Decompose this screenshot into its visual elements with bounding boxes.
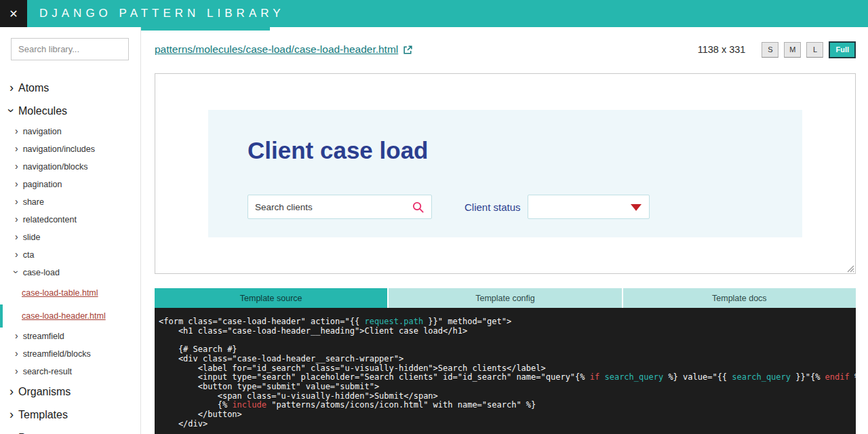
code-line: <button type="submit" value="submit"> bbox=[159, 382, 852, 392]
sidebar-item-relatedcontent[interactable]: ›relatedcontent bbox=[0, 211, 140, 229]
frame-controls: 1138 x 331 SMLFull bbox=[698, 41, 856, 58]
sidebar-item-label: navigation/blocks bbox=[23, 162, 88, 172]
sidebar-item-label: navigation bbox=[23, 127, 62, 136]
sidebar-item-label: Molecules bbox=[18, 105, 67, 117]
chevron-right-icon: › bbox=[15, 232, 18, 241]
topbar: patterns/molecules/case-load/case-load-h… bbox=[155, 39, 856, 60]
code-line: <label for="id_search" class="u-visually… bbox=[159, 364, 852, 374]
sidebar-tree: ›Atoms›Molecules›navigation›navigation/i… bbox=[0, 77, 140, 434]
code-line: <input type="search" placeholder="Search… bbox=[159, 373, 852, 382]
sidebar-item-organisms[interactable]: ›Organisms bbox=[0, 380, 140, 403]
sidebar-file-case-load-header-html[interactable]: case-load-header.html bbox=[0, 304, 140, 328]
sidebar-item-label: navigation/includes bbox=[23, 144, 95, 154]
chevron-right-icon: › bbox=[9, 408, 14, 420]
search-icon[interactable] bbox=[412, 201, 425, 214]
code-line: <h1 class="case-load-header__heading">Cl… bbox=[159, 327, 852, 336]
chevron-right-icon: › bbox=[15, 331, 18, 340]
chevron-right-icon: › bbox=[15, 349, 18, 358]
sidebar-item-navigation-blocks[interactable]: ›navigation/blocks bbox=[0, 158, 140, 176]
tabs: Template sourceTemplate configTemplate d… bbox=[155, 288, 856, 308]
chevron-right-icon: › bbox=[15, 197, 18, 206]
size-button-m[interactable]: M bbox=[784, 42, 801, 58]
sidebar-item-label: Atoms bbox=[18, 82, 49, 94]
search-input[interactable] bbox=[11, 38, 129, 60]
code-line: <form class="case-load-header" action="{… bbox=[159, 317, 852, 327]
client-status-select[interactable] bbox=[528, 195, 650, 219]
chevron-right-icon: › bbox=[15, 161, 18, 171]
sidebar-item-label: case-load bbox=[23, 268, 60, 277]
frame-dimensions: 1138 x 331 bbox=[698, 44, 746, 55]
close-button[interactable]: ✕ bbox=[0, 0, 27, 27]
sidebar-file-case-load-table-html[interactable]: case-load-table.html bbox=[0, 281, 140, 304]
sidebar-item-label: Organisms bbox=[18, 386, 71, 398]
external-link-icon bbox=[403, 45, 413, 55]
chevron-right-icon: › bbox=[15, 366, 18, 376]
sidebar-item-cta[interactable]: ›cta bbox=[0, 246, 140, 264]
sidebar-item-atoms[interactable]: ›Atoms bbox=[0, 77, 140, 100]
header-accent bbox=[141, 27, 270, 31]
pattern-panel: Client case load Client status bbox=[208, 110, 802, 237]
chevron-down-icon: › bbox=[12, 271, 21, 274]
code-panel[interactable]: <form class="case-load-header" action="{… bbox=[155, 308, 856, 434]
sidebar-item-streamfield-blocks[interactable]: ›streamfield/blocks bbox=[0, 345, 140, 363]
sidebar-item-molecules[interactable]: ›Molecules bbox=[0, 100, 140, 123]
chevron-right-icon: › bbox=[15, 144, 18, 153]
layout: ›Atoms›Molecules›navigation›navigation/i… bbox=[0, 27, 868, 434]
pattern-row: Client status bbox=[248, 195, 650, 219]
chevron-down-icon: › bbox=[5, 108, 18, 113]
sidebar: ›Atoms›Molecules›navigation›navigation/i… bbox=[0, 27, 141, 434]
pattern-heading: Client case load bbox=[248, 137, 428, 164]
sidebar-item-label: search-result bbox=[23, 367, 72, 376]
sidebar-item-streamfield[interactable]: ›streamfield bbox=[0, 328, 140, 345]
tab-template-docs[interactable]: Template docs bbox=[623, 288, 856, 308]
chevron-right-icon: › bbox=[9, 431, 14, 434]
client-search-input[interactable] bbox=[255, 202, 412, 212]
chevron-right-icon: › bbox=[15, 250, 18, 259]
app-title: DJANGO PATTERN LIBRARY bbox=[39, 7, 285, 20]
breadcrumb[interactable]: patterns/molecules/case-load/case-load-h… bbox=[155, 43, 413, 56]
dropdown-arrow-icon bbox=[631, 204, 642, 211]
size-button-s[interactable]: S bbox=[762, 42, 778, 58]
sidebar-item-label: Templates bbox=[18, 409, 68, 421]
sidebar-item-pagination[interactable]: ›pagination bbox=[0, 176, 140, 193]
app-header: ✕ DJANGO PATTERN LIBRARY bbox=[0, 0, 868, 27]
sidebar-item-navigation-includes[interactable]: ›navigation/includes bbox=[0, 140, 140, 158]
code-line bbox=[159, 336, 852, 345]
sidebar-item-templates[interactable]: ›Templates bbox=[0, 403, 140, 427]
sidebar-item-label: share bbox=[23, 197, 44, 207]
code-line: </div> bbox=[159, 420, 852, 429]
client-search-field[interactable] bbox=[248, 195, 432, 219]
chevron-right-icon: › bbox=[9, 385, 14, 397]
sidebar-item-label: cta bbox=[23, 250, 35, 260]
breadcrumb-label: patterns/molecules/case-load/case-load-h… bbox=[155, 43, 398, 56]
sidebar-item-share[interactable]: ›share bbox=[0, 193, 140, 211]
tab-template-config[interactable]: Template config bbox=[389, 288, 621, 308]
sidebar-item-label: case-load-header.html bbox=[22, 311, 106, 321]
chevron-right-icon: › bbox=[9, 81, 14, 94]
sidebar-item-label: pagination bbox=[23, 180, 62, 189]
chevron-right-icon: › bbox=[15, 214, 18, 224]
sidebar-item-label: slide bbox=[23, 233, 41, 242]
size-button-full[interactable]: Full bbox=[829, 41, 856, 58]
resize-handle-icon[interactable] bbox=[846, 264, 854, 273]
main-content: patterns/molecules/case-load/case-load-h… bbox=[141, 27, 868, 434]
code-line: {% include "patterns/atoms/icons/icon.ht… bbox=[159, 401, 852, 410]
sidebar-item-label: streamfield bbox=[23, 332, 64, 341]
size-button-l[interactable]: L bbox=[806, 42, 823, 58]
tab-template-source[interactable]: Template source bbox=[155, 288, 387, 308]
code-line: <div class="case-load-header__search-wra… bbox=[159, 355, 852, 364]
sidebar-item-slide[interactable]: ›slide bbox=[0, 229, 140, 246]
sidebar-item-label: streamfield/blocks bbox=[23, 349, 91, 359]
size-buttons: SMLFull bbox=[756, 41, 856, 58]
sidebar-item-case-load[interactable]: ›case-load bbox=[0, 264, 140, 281]
code-line: {# Search #} bbox=[159, 345, 852, 355]
chevron-right-icon: › bbox=[15, 126, 18, 136]
preview-frame: Client case load Client status bbox=[155, 73, 856, 274]
sidebar-item-label: case-load-table.html bbox=[22, 288, 98, 298]
chevron-right-icon: › bbox=[15, 179, 18, 189]
client-status-label: Client status bbox=[465, 201, 521, 213]
sidebar-item-navigation[interactable]: ›navigation bbox=[0, 123, 140, 140]
sidebar-item-label: relatedcontent bbox=[23, 215, 77, 224]
sidebar-item-search-result[interactable]: ›search-result bbox=[0, 363, 140, 380]
sidebar-item-pages[interactable]: ›Pages bbox=[0, 427, 140, 434]
